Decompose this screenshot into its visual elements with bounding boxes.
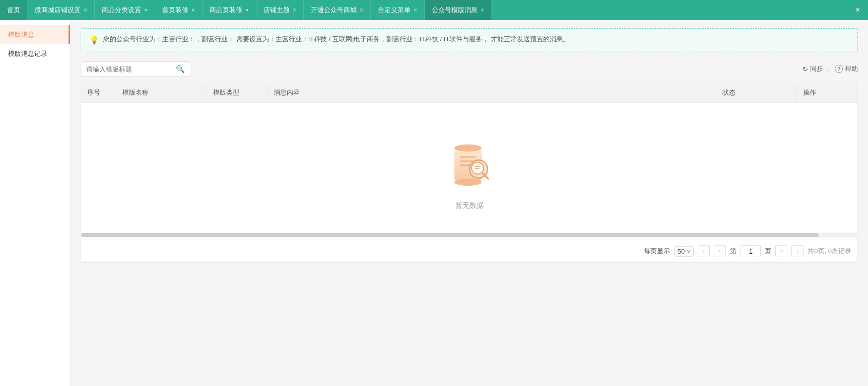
help-button[interactable]: ? 帮助 [835, 64, 858, 73]
search-input[interactable] [81, 62, 172, 76]
tab-product-decor[interactable]: 商品页装修 × [203, 0, 256, 20]
content-area: 💡 您的公众号行业为：主营行业：，副营行业： 需要设置为：主营行业：IT科技 /… [71, 20, 868, 386]
col-index: 序号 [81, 83, 116, 102]
tab-template-msg[interactable]: 公众号模版消息 × [425, 0, 492, 20]
tab-home-decor-close[interactable]: × [191, 7, 195, 14]
page-label: 第 [730, 247, 737, 256]
tab-store-settings-close[interactable]: × [84, 7, 87, 14]
page-size-select[interactable]: 50 ∨ [674, 246, 694, 257]
tab-category-close[interactable]: × [144, 7, 148, 14]
col-status: 状态 [716, 83, 797, 102]
sync-button[interactable]: ↻ 同步 [803, 64, 823, 73]
tab-template-msg-label: 公众号模版消息 [432, 6, 478, 15]
page-size-value: 50 [678, 248, 685, 255]
tab-theme[interactable]: 店铺主题 × [256, 0, 304, 20]
first-page-button[interactable]: ⟨ [698, 245, 710, 257]
next-page-button[interactable]: > [775, 245, 787, 257]
tab-open-mall-label: 开通公众号商城 [311, 6, 357, 15]
last-page-button[interactable]: ⟩ [791, 245, 804, 257]
tab-home-label: 首页 [7, 6, 20, 15]
tab-open-mall[interactable]: 开通公众号商城 × [304, 0, 371, 20]
main-layout: 模版消息 模版消息记录 💡 您的公众号行业为：主营行业：，副营行业： 需要设置为… [0, 20, 868, 386]
table-header: 序号 模版名称 模版类型 消息内容 状态 操作 [81, 83, 857, 103]
empty-illustration [439, 133, 500, 193]
search-input-wrap: 🔍 [81, 61, 191, 76]
search-bar: 🔍 ↻ 同步 | ? 帮助 [81, 61, 858, 76]
scrollbar-thumb [81, 233, 819, 237]
data-table: 序号 模版名称 模版类型 消息内容 状态 操作 [81, 83, 858, 263]
col-name: 模版名称 [116, 83, 207, 102]
page-number-input[interactable] [741, 245, 761, 257]
tab-custom-menu[interactable]: 自定义菜单 × [371, 0, 425, 20]
pagination: 每页显示 50 ∨ ⟨ < 第 页 > ⟩ 共0页, 0条记录 [81, 240, 857, 262]
tab-store-settings-label: 微商城店铺设置 [35, 6, 81, 15]
notice-suffix: 才能正常发送预置的消息。 [491, 35, 569, 43]
sync-icon: ↻ [803, 65, 808, 73]
col-type: 模版类型 [207, 83, 268, 102]
sidebar-item-template-msg-label: 模版消息 [8, 31, 34, 38]
svg-point-9 [472, 162, 484, 174]
tab-bar-close-all[interactable]: × [847, 6, 868, 15]
toolbar-divider: | [828, 65, 830, 73]
tab-open-mall-close[interactable]: × [360, 7, 363, 14]
tab-category-label: 商品分类设置 [102, 6, 141, 15]
prev-page-button[interactable]: < [714, 245, 726, 257]
notice-prefix: 您的公众号行业为：主营行业：，副营行业： [103, 35, 234, 43]
tab-bar: 首页 微商城店铺设置 × 商品分类设置 × 首页装修 × 商品页装修 × 店铺主… [0, 0, 868, 20]
empty-text: 暂无数据 [455, 201, 484, 210]
notice-icon: 💡 [89, 35, 99, 45]
help-label: 帮助 [845, 64, 858, 73]
help-circle-icon: ? [835, 65, 843, 73]
notice-highlight: 需要设置为：主营行业：IT科技 / 互联网|电子商务，副营行业：IT科技 / I… [236, 35, 489, 43]
page-unit: 页 [765, 247, 771, 256]
col-content: 消息内容 [268, 83, 716, 102]
tab-product-decor-label: 商品页装修 [210, 6, 242, 15]
tab-category[interactable]: 商品分类设置 × [95, 0, 155, 20]
tab-home[interactable]: 首页 [0, 0, 28, 20]
sidebar-item-template-msg-record[interactable]: 模版消息记录 [0, 44, 70, 63]
tab-theme-close[interactable]: × [293, 7, 296, 14]
toolbar-right: ↻ 同步 | ? 帮助 [803, 64, 858, 73]
total-info: 共0页, 0条记录 [808, 247, 851, 256]
tab-home-decor[interactable]: 首页装修 × [155, 0, 203, 20]
tab-home-decor-label: 首页装修 [162, 6, 188, 15]
tab-product-decor-close[interactable]: × [245, 7, 249, 14]
per-page-label: 每页显示 [644, 247, 670, 256]
tab-custom-menu-close[interactable]: × [414, 7, 417, 14]
tab-custom-menu-label: 自定义菜单 [378, 6, 411, 15]
col-action: 操作 [797, 83, 857, 102]
horizontal-scrollbar[interactable] [81, 233, 857, 238]
svg-point-3 [454, 144, 482, 151]
sidebar: 模版消息 模版消息记录 [0, 20, 71, 386]
empty-state: 暂无数据 [81, 103, 857, 230]
tab-theme-label: 店铺主题 [263, 6, 290, 15]
notice-content: 您的公众号行业为：主营行业：，副营行业： 需要设置为：主营行业：IT科技 / 互… [103, 35, 569, 44]
tab-template-msg-close[interactable]: × [481, 7, 484, 14]
svg-point-4 [454, 179, 482, 186]
sidebar-item-template-msg[interactable]: 模版消息 [0, 25, 70, 44]
chevron-down-icon: ∨ [687, 249, 690, 254]
sidebar-item-template-msg-record-label: 模版消息记录 [8, 50, 47, 57]
search-icon: 🔍 [176, 65, 184, 73]
sync-label: 同步 [810, 64, 823, 73]
tab-store-settings[interactable]: 微商城店铺设置 × [28, 0, 95, 20]
search-button[interactable]: 🔍 [172, 62, 188, 76]
notice-box: 💡 您的公众号行业为：主营行业：，副营行业： 需要设置为：主营行业：IT科技 /… [81, 28, 858, 51]
